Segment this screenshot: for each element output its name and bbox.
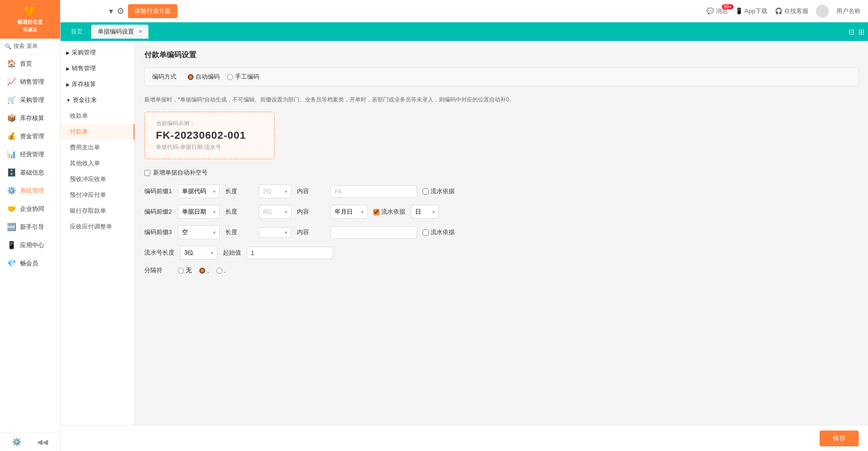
user-avatar[interactable] — [816, 5, 829, 18]
apps-icon: 📱 — [7, 241, 16, 249]
period2-select[interactable]: 日 ▾ — [411, 205, 439, 219]
serial1-checkbox-group[interactable]: 流水依据 — [423, 187, 455, 195]
separator-none-option[interactable]: 无 — [178, 266, 192, 275]
settings-icon[interactable]: ⚙ — [117, 6, 124, 16]
auto-code-radio[interactable] — [188, 74, 194, 80]
sub-nav-item-other-income[interactable]: 其他收入单 — [61, 155, 135, 171]
sidebar-item-guide[interactable]: 🆕 新手引导 — [0, 218, 60, 236]
length2-select[interactable]: 8位 ▾ — [259, 205, 291, 219]
online-service-label: 在线客服 — [784, 7, 808, 15]
manual-code-radio[interactable] — [227, 74, 233, 80]
sub-nav-item-expense[interactable]: 费用支出单 — [61, 140, 135, 155]
message-item[interactable]: 💬 消息 99+ — [707, 7, 728, 15]
sub-nav-item-advance-receipt[interactable]: 预收冲应收单 — [61, 171, 135, 187]
sidebar-item-system[interactable]: ⚙️ 系统管理 — [0, 182, 60, 200]
sidebar-item-inventory[interactable]: 📦 库存核算 — [0, 109, 60, 127]
auto-code-label[interactable]: 自动编码 — [188, 73, 220, 81]
save-button[interactable]: 保存 — [820, 431, 859, 446]
sidebar-logo: 🧡 畅通好生意 招赢版 — [0, 0, 60, 39]
content2-select[interactable]: 年月日 ▾ — [330, 205, 368, 219]
sidebar-search[interactable]: 🔍 搜索 菜单 — [0, 39, 60, 54]
separator-dot2-option[interactable]: . — [216, 267, 226, 274]
tab-home-label: 首页 — [71, 27, 83, 36]
sidebar-item-operations-label: 经营管理 — [20, 150, 44, 159]
main: ▾ ⚙ 体验行业方案 💬 消息 99+ 📱 App下载 🎧 在线客服 用户名称 — [61, 0, 868, 451]
manual-code-label[interactable]: 手工编码 — [227, 73, 259, 81]
start-value-input[interactable] — [247, 247, 333, 259]
page-content: 付款单编码设置 编码方式 自动编码 手工编码 新增单据时，*单据编码*自动生成，… — [135, 41, 868, 425]
tab-maximize-icon[interactable]: ⊞ — [858, 27, 864, 36]
prefix1-label: 编码前缀1 — [144, 187, 172, 195]
content3-input[interactable] — [330, 226, 417, 239]
content1-input[interactable] — [330, 185, 417, 198]
sub-nav-item-adjustment[interactable]: 应收应付调整单 — [61, 219, 135, 235]
sidebar-nav: 🏠 首页 📈 销售管理 🛒 采购管理 📦 库存核算 💰 资金管理 📊 经营管理 … — [0, 54, 60, 432]
sub-nav-item-payment[interactable]: 付款单 — [61, 124, 135, 140]
sidebar-item-enterprise[interactable]: 🤝 企业协同 — [0, 200, 60, 218]
sidebar-item-member-label: 畅会员 — [20, 259, 38, 268]
sidebar-item-home[interactable]: 🏠 首页 — [0, 54, 60, 73]
sidebar-item-member[interactable]: 💎 畅会员 — [0, 254, 60, 272]
sub-nav-item-receipt[interactable]: 收款单 — [61, 108, 135, 124]
separator-dot-option[interactable]: . — [199, 267, 209, 274]
tab-close-icon[interactable]: × — [139, 28, 142, 35]
sidebar-item-guide-label: 新手引导 — [20, 223, 44, 231]
serial2-checkbox-group[interactable]: 流水依据 — [373, 208, 405, 216]
code-preview-label: 当前编码示例： — [156, 120, 263, 128]
sidebar-item-finance[interactable]: 💰 资金管理 — [0, 127, 60, 145]
sub-nav-item-bank[interactable]: 银行存取款单 — [61, 203, 135, 219]
length2-chevron: ▾ — [285, 209, 287, 215]
auto-fill-checkbox[interactable] — [144, 170, 150, 176]
tab-home[interactable]: 首页 — [64, 25, 89, 39]
app-download-label: App下载 — [745, 7, 767, 15]
sub-nav-purchase-label: 采购管理 — [72, 48, 96, 57]
length3-select[interactable]: ▾ — [259, 227, 291, 238]
sub-nav-header-finance[interactable]: ▼ 资金往来 — [61, 92, 135, 108]
dropdown-icon[interactable]: ▾ — [109, 6, 113, 16]
topbar-brand-input[interactable] — [68, 7, 105, 14]
length1-select[interactable]: 2位 ▾ — [259, 184, 291, 198]
search-label: 搜索 — [13, 42, 25, 50]
sidebar-item-operations[interactable]: 📊 经营管理 — [0, 145, 60, 163]
content3-label: 内容 — [297, 228, 325, 236]
separator-dot-radio[interactable] — [199, 268, 205, 274]
serial3-checkbox-group[interactable]: 流水依据 — [423, 228, 455, 236]
tab-encoding[interactable]: 单据编码设置 × — [91, 25, 148, 39]
prefix1-select[interactable]: 单据代码 ▾ — [178, 184, 220, 198]
serial1-checkbox[interactable] — [423, 188, 429, 195]
sub-nav-item-advance-payment[interactable]: 预付冲应付单 — [61, 187, 135, 203]
sub-nav-group-inventory: ▶ 库存核算 — [61, 76, 135, 92]
auto-fill-label: 新增单据自动补空号 — [153, 168, 208, 177]
sub-nav-header-sales[interactable]: ▶ 销售管理 — [61, 61, 135, 76]
collapse-icon[interactable]: ◀◀ — [37, 438, 48, 446]
sidebar-item-apps[interactable]: 📱 应用中心 — [0, 236, 60, 254]
separator-dot2-radio[interactable] — [216, 268, 222, 274]
sidebar-item-sales[interactable]: 📈 销售管理 — [0, 73, 60, 91]
serial-length-select[interactable]: 3位 ▾ — [180, 246, 217, 260]
inventory-icon: 📦 — [7, 114, 16, 122]
sub-nav-header-purchase[interactable]: ▶ 采购管理 — [61, 45, 135, 61]
sidebar-item-finance-label: 资金管理 — [20, 132, 44, 141]
settings-icon[interactable]: ⚙️ — [12, 438, 21, 446]
system-icon: ⚙️ — [7, 186, 16, 195]
tab-minimize-icon[interactable]: ⊟ — [848, 27, 855, 36]
prefix2-select[interactable]: 单据日期 ▾ — [178, 205, 220, 219]
serial3-checkbox[interactable] — [423, 229, 429, 236]
sidebar-bottom: ⚙️ ◀◀ — [0, 432, 60, 451]
code-preview: 当前编码示例： FK-20230602-001 单据代码-单据日期-流水号 — [144, 112, 275, 159]
app-download-item[interactable]: 📱 App下载 — [735, 7, 767, 15]
prefix3-select[interactable]: 空 ▾ — [178, 225, 220, 239]
serial2-checkbox[interactable] — [373, 209, 379, 215]
config-row-1: 编码前缀1 单据代码 ▾ 长度 2位 ▾ 内容 流水依据 — [144, 184, 859, 198]
auto-fill-row: 新增单据自动补空号 — [144, 168, 859, 177]
industry-btn[interactable]: 体验行业方案 — [128, 4, 177, 18]
sidebar-item-base[interactable]: 🗄️ 基础信息 — [0, 163, 60, 182]
prefix3-chevron: ▾ — [213, 230, 215, 235]
separator-none-radio[interactable] — [178, 268, 184, 274]
online-service-item[interactable]: 🎧 在线客服 — [775, 7, 808, 15]
sidebar-item-purchase[interactable]: 🛒 采购管理 — [0, 91, 60, 109]
sub-nav-header-inventory[interactable]: ▶ 库存核算 — [61, 76, 135, 92]
sub-nav-group-finance: ▼ 资金往来 收款单 付款单 费用支出单 其他收入单 预收冲应收单 预付冲应付单… — [61, 92, 135, 235]
period2-chevron: ▾ — [432, 209, 435, 215]
sidebar-item-purchase-label: 采购管理 — [20, 96, 44, 104]
